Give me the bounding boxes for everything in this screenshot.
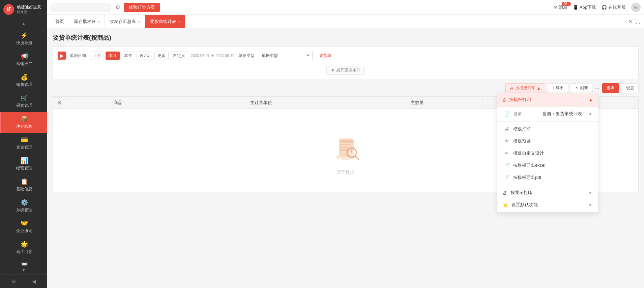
messages-item[interactable]: ✉ 消息 99+ xyxy=(554,4,567,10)
refresh-label: 刷新 xyxy=(580,85,588,91)
dropdown-item-template-design[interactable]: ✏ 模板自定义设计 xyxy=(497,147,598,159)
marketing-icon: 📢 xyxy=(21,53,28,60)
query-btn[interactable]: 查询 xyxy=(602,83,619,93)
logo-text: 畅捷通好生意 标准版 xyxy=(17,5,41,14)
tab-inventory-batch-close[interactable]: × xyxy=(98,20,100,24)
main-area: ⚙ 体验行业方案 ✉ 消息 99+ 📱 App下载 🎧 在线客服 Rit xyxy=(47,0,644,288)
empty-text: 暂无数据 xyxy=(337,169,354,175)
headset-icon: 🎧 xyxy=(602,5,607,10)
dropdown-print-icon: 🖨 xyxy=(502,97,506,102)
messages-badge: 99+ xyxy=(562,2,571,6)
app-download-item[interactable]: 📱 App下载 xyxy=(573,4,596,10)
export-label: 导出 xyxy=(556,85,564,91)
trial-btn[interactable]: 体验行业方案 xyxy=(124,3,160,12)
tab-close-all-icon[interactable]: ✕ xyxy=(628,18,633,25)
date-btn-7days[interactable]: 近7天 xyxy=(137,52,153,60)
topbar-left: ⚙ 体验行业方案 xyxy=(51,3,160,12)
expand-down-icon: ▼ xyxy=(331,68,335,73)
tab-receipts-summary-close[interactable]: × xyxy=(138,20,140,24)
sidebar-item-shortcut[interactable]: ⚡ 快捷导航 xyxy=(0,28,47,49)
display-print-expand-icon: ▼ xyxy=(588,190,592,195)
tab-order-stats-close[interactable]: × xyxy=(178,20,180,24)
topbar-gear-icon[interactable]: ⚙ xyxy=(114,3,121,12)
settings-footer-icon[interactable]: ⚙ xyxy=(11,278,16,285)
business-icon: 📊 xyxy=(21,157,28,164)
avatar[interactable]: Rit xyxy=(631,3,641,12)
sidebar-item-guide[interactable]: 🌟 新手引导 xyxy=(0,237,47,258)
dropdown-title: 按模板打印 xyxy=(509,97,531,103)
export-btn[interactable]: ↑ 导出 xyxy=(548,83,568,93)
tab-inventory-batch[interactable]: 库存批次账 × xyxy=(69,15,105,28)
tab-expand-icon[interactable]: ⛶ xyxy=(635,19,641,25)
collapse-icon[interactable]: ◀ xyxy=(32,278,36,285)
default-func-label: 设置默认功能 xyxy=(511,202,538,208)
print-template-btn[interactable]: 🖨 按模板打印 ▲ xyxy=(505,83,545,93)
shortcut-icon: ⚡ xyxy=(21,32,28,39)
tab-receipts-summary[interactable]: 收发存汇总表 × xyxy=(105,15,145,28)
filter-expand-arrow[interactable]: ▶ xyxy=(58,52,66,60)
sidebar-item-basic[interactable]: 📋 基础信息 xyxy=(0,174,47,195)
sidebar-item-business[interactable]: 📊 经营管理 xyxy=(0,154,47,174)
purchase-icon: 🛒 xyxy=(21,94,28,102)
online-service-label: 在线客服 xyxy=(608,4,626,10)
template-design-icon: ✏ xyxy=(504,151,510,156)
page-title: 要货单统计表(按商品) xyxy=(53,34,639,42)
date-btn-custom[interactable]: 自定义 xyxy=(170,52,188,60)
tab-home[interactable]: 首页 xyxy=(51,15,69,28)
sidebar-item-marketing[interactable]: 📢 营销推广 xyxy=(0,49,47,70)
system-label: 系统管理 xyxy=(16,207,32,213)
default-func-icon: ⭐ xyxy=(503,202,508,207)
dropdown-header[interactable]: 🖨 按模板打印 ▲ xyxy=(497,93,598,106)
table-th-settings: ⚙ xyxy=(53,97,66,109)
toolbar-more-icon[interactable]: ··· xyxy=(595,85,599,91)
dropdown-item-display-print[interactable]: 🖨 按显示打印 ▼ xyxy=(497,187,598,199)
date-btn-last-month[interactable]: 上月 xyxy=(90,52,104,60)
sidebar-item-apps[interactable]: 🔲 应用中心 xyxy=(0,258,47,265)
refresh-btn[interactable]: ↻ 刷新 xyxy=(571,83,592,93)
sidebar-item-sales[interactable]: 💰 销售管理 xyxy=(0,70,47,91)
dropdown-item-default-func[interactable]: ⭐ 设置默认功能 ▼ xyxy=(497,199,598,211)
tab-receipts-summary-label: 收发存汇总表 xyxy=(110,19,136,25)
tab-order-stats[interactable]: 要货单统计表 × xyxy=(145,15,185,28)
scroll-up-btn[interactable]: ▲ xyxy=(0,19,47,28)
filter-row-1: ▶ 单据日期 上月 本月 本年 近7天 更多 自定义 2023-06-01 至 … xyxy=(58,51,634,60)
display-print-label: 按显示打印 xyxy=(510,190,532,196)
sidebar-item-collab[interactable]: 🤝 企业协同 xyxy=(0,216,47,237)
online-service-item[interactable]: 🎧 在线客服 xyxy=(602,4,626,10)
dropdown-item-export-pdf[interactable]: 📄 按模板导出pdf xyxy=(497,171,598,184)
sidebar-item-inventory[interactable]: 📦 库存核算 xyxy=(0,112,47,133)
search-input[interactable] xyxy=(51,3,111,12)
yaohuodan-label: 要货单 xyxy=(319,53,331,59)
finance-label: 资金管理 xyxy=(16,145,32,150)
dropdown-current-item[interactable]: 📄 当前： 当前：要货单统计表 ▼ xyxy=(497,108,598,120)
logo-icon: 好 xyxy=(3,4,14,15)
print-dropdown: 🖨 按模板打印 ▲ 📄 当前： 当前：要货单统计表 ▼ 🖨 xyxy=(497,93,598,213)
scroll-down-btn[interactable]: ▼ xyxy=(0,265,47,275)
shortcut-label: 快捷导航 xyxy=(16,40,32,46)
print-btn-label: 按模板打印 xyxy=(515,85,535,91)
settings-btn[interactable]: 设置 xyxy=(622,83,639,93)
tab-order-stats-label: 要货单统计表 xyxy=(150,19,176,25)
user-name: Rit xyxy=(634,5,638,9)
table-settings-icon[interactable]: ⚙ xyxy=(57,100,62,105)
sidebar-item-finance[interactable]: 💳 资金管理 xyxy=(0,133,47,154)
query-label: 查询 xyxy=(607,85,615,91)
dropdown-item-template-preview[interactable]: 👁 模板预览 xyxy=(497,135,598,147)
expand-conditions-btn[interactable]: ▼ 展开更多条件 xyxy=(326,66,365,75)
topbar-right: ✉ 消息 99+ 📱 App下载 🎧 在线客服 Rit xyxy=(554,3,641,12)
sidebar-item-system[interactable]: ⚙️ 系统管理 xyxy=(0,195,47,216)
dropdown-item-template-print[interactable]: 🖨 模板打印 xyxy=(497,123,598,135)
date-btn-more[interactable]: 更多 xyxy=(154,52,169,60)
bill-type-select[interactable]: 单据类型 xyxy=(259,51,313,60)
finance-icon: 💳 xyxy=(21,136,28,143)
system-icon: ⚙️ xyxy=(21,199,28,206)
export-excel-icon: 📄 xyxy=(504,163,510,168)
sales-icon: 💰 xyxy=(21,73,28,81)
export-pdf-label: 按模板导出pdf xyxy=(513,174,541,181)
dropdown-item-export-excel[interactable]: 📄 按模板导出excel xyxy=(497,159,598,171)
date-btn-this-year[interactable]: 本年 xyxy=(121,52,135,60)
date-btn-this-month[interactable]: 本月 xyxy=(106,52,120,60)
sidebar-item-purchase[interactable]: 🛒 采购管理 xyxy=(0,91,47,112)
apps-icon: 🔲 xyxy=(21,261,28,265)
current-label: 当前： xyxy=(513,111,539,117)
